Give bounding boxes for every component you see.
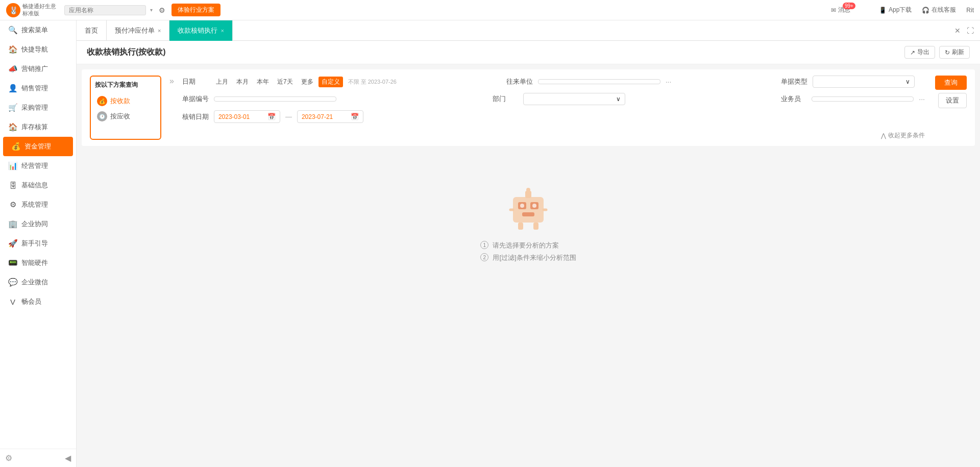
date-btn-this-month[interactable]: 本月	[233, 77, 252, 87]
sidebar-item-operation[interactable]: 📊 经营管理	[0, 156, 76, 176]
filter-option-by-receipt[interactable]: 💰 按收款	[95, 93, 156, 109]
home-icon: 🏠	[8, 45, 17, 54]
sidebar-item-label: 搜索菜单	[21, 26, 48, 35]
page-header-actions: ↗ 导出 ↻ 刷新	[904, 46, 970, 59]
cancel-date-end-input[interactable]: 2023-07-21 📅	[297, 110, 363, 123]
date-btn-7days[interactable]: 近7天	[274, 77, 296, 87]
tab-collection[interactable]: 收款核销执行 ×	[169, 20, 232, 41]
message-badge: 99+	[843, 3, 855, 9]
sidebar-collapse-button[interactable]: ◀	[65, 453, 71, 463]
sidebar: 🔍 搜索菜单 🏠 快捷导航 📣 营销推广 👤 销售管理 🛒 采购管理 🏠 库存核…	[0, 20, 77, 467]
svg-point-4	[520, 204, 524, 208]
sidebar-bottom: ⚙ ◀	[0, 449, 76, 467]
app-download-button[interactable]: 📱 App下载	[879, 6, 912, 14]
receipt-icon: 💰	[97, 96, 107, 106]
sidebar-item-member[interactable]: V 畅会员	[0, 292, 76, 311]
search-icon: 🔍	[8, 26, 17, 35]
svg-point-7	[526, 188, 530, 192]
page-header: 收款核销执行(按收款) ↗ 导出 ↻ 刷新	[77, 41, 980, 64]
sidebar-item-label: 经营管理	[21, 161, 48, 170]
export-button[interactable]: ↗ 导出	[904, 46, 935, 59]
business-dots[interactable]: ···	[919, 95, 925, 103]
settings-icon[interactable]: ⚙	[159, 6, 165, 14]
industry-solution-button[interactable]: 体验行业方案	[172, 4, 220, 16]
voucher-input[interactable]	[214, 96, 336, 102]
date-btn-custom[interactable]: 自定义	[318, 77, 343, 87]
content-area: 首页 预付冲应付单 × 收款核销执行 × ✕ ⛶ 收款核销执行(按收款)	[77, 20, 980, 467]
sidebar-item-search[interactable]: 🔍 搜索菜单	[0, 20, 76, 40]
by-receipt-label: 按收款	[110, 96, 130, 106]
sidebar-item-wechat[interactable]: 💬 企业微信	[0, 273, 76, 292]
tab-prepay-close[interactable]: ×	[158, 28, 161, 34]
sidebar-item-label: 畅会员	[21, 297, 41, 306]
empty-illustration	[503, 182, 554, 233]
marketing-icon: 📣	[8, 64, 17, 73]
query-button[interactable]: 查询	[935, 76, 967, 90]
tab-collection-label: 收款核销执行	[178, 26, 217, 35]
filter-form: 日期 上月 本月 本年 近7天 更多 自定义 不限 至 2023-07-26 往…	[182, 76, 925, 140]
refresh-button[interactable]: ↻ 刷新	[939, 46, 970, 59]
sidebar-item-purchase[interactable]: 🛒 采购管理	[0, 98, 76, 117]
business-input[interactable]	[812, 96, 914, 102]
tab-home-label: 首页	[85, 26, 98, 35]
sidebar-item-hardware[interactable]: 📟 智能硬件	[0, 253, 76, 273]
online-service-button[interactable]: 🎧 在线客服	[922, 6, 956, 14]
filter-row-2: 单据编号 部门 ∨ 业务员 ···	[182, 93, 925, 105]
svg-rect-6	[525, 191, 531, 198]
sidebar-item-enterprise[interactable]: 🏢 企业协同	[0, 214, 76, 234]
business-label: 业务员	[781, 94, 806, 104]
collapse-up-icon: ⋀	[881, 132, 886, 139]
sidebar-item-finance[interactable]: 💰 资金管理	[3, 137, 73, 156]
sidebar-item-guide[interactable]: 🚀 新手引导	[0, 234, 76, 253]
sidebar-item-system[interactable]: ⚙ 系统管理	[0, 195, 76, 214]
date-label: 日期	[182, 77, 208, 86]
date-btn-more[interactable]: 更多	[298, 77, 316, 87]
sidebar-item-marketing[interactable]: 📣 营销推广	[0, 59, 76, 79]
system-icon: ⚙	[8, 200, 17, 209]
sidebar-item-sales[interactable]: 👤 销售管理	[0, 79, 76, 98]
svg-rect-10	[518, 223, 523, 230]
voucher-label: 单据编号	[182, 94, 209, 104]
filter-actions: 查询 设置	[930, 76, 967, 140]
date-btn-last-month[interactable]: 上月	[213, 77, 231, 87]
collapse-more-button[interactable]: ⋀ 收起更多条件	[881, 131, 925, 140]
tab-collection-close[interactable]: ×	[220, 28, 224, 34]
dept-chevron-down-icon: ∨	[616, 95, 621, 103]
export-icon: ↗	[910, 49, 915, 56]
sidebar-item-label: 智能硬件	[21, 258, 48, 267]
sidebar-item-label: 基础信息	[21, 181, 48, 190]
app-search-input[interactable]	[64, 5, 146, 15]
partner-dots[interactable]: ···	[666, 78, 672, 86]
svg-rect-11	[533, 223, 538, 230]
tab-bar: 首页 预付冲应付单 × 收款核销执行 × ✕ ⛶	[77, 20, 980, 41]
doc-type-select[interactable]: ∨	[813, 76, 915, 88]
window-close-button[interactable]: ✕	[952, 24, 963, 37]
page-content: 收款核销执行(按收款) ↗ 导出 ↻ 刷新 按以下方案查询	[77, 41, 980, 467]
date-range-text: 不限 至 2023-07-26	[348, 78, 397, 86]
tip-1-text: 请先选择要分析的方案	[493, 241, 559, 250]
user-name: Rit	[966, 7, 974, 14]
partner-input[interactable]	[538, 79, 660, 84]
filter-option-by-receivable[interactable]: 🕐 按应收	[95, 109, 156, 124]
window-expand-button[interactable]: ⛶	[965, 24, 976, 37]
message-button[interactable]: ✉ 消息 99+	[831, 6, 850, 14]
department-select[interactable]: ∨	[523, 93, 625, 105]
tip-2-number: 2	[480, 253, 488, 261]
sidebar-settings-icon[interactable]: ⚙	[5, 453, 12, 463]
cancel-date-start-input[interactable]: 2023-03-01 📅	[214, 110, 280, 123]
department-label: 部门	[493, 94, 518, 104]
svg-point-5	[532, 204, 536, 208]
brand-text: 畅捷通好生意 标准版	[22, 3, 56, 16]
settings-button[interactable]: 设置	[938, 93, 967, 108]
tab-prepay[interactable]: 预付冲应付单 ×	[107, 20, 169, 41]
app-dropdown-icon[interactable]: ▾	[150, 7, 153, 13]
empty-tips: 1 请先选择要分析的方案 2 用[过滤]条件来缩小分析范围	[480, 241, 576, 262]
sidebar-item-inventory[interactable]: 🏠 库存核算	[0, 117, 76, 137]
sidebar-item-basic[interactable]: 🗄 基础信息	[0, 176, 76, 195]
date-btn-this-year[interactable]: 本年	[254, 77, 272, 87]
filter-row-1: 日期 上月 本月 本年 近7天 更多 自定义 不限 至 2023-07-26 往…	[182, 76, 925, 88]
sidebar-item-shortcut[interactable]: 🏠 快捷导航	[0, 40, 76, 59]
filter-collapse-button[interactable]: »	[166, 77, 177, 86]
empty-tip-2: 2 用[过滤]条件来缩小分析范围	[480, 253, 576, 262]
tab-home[interactable]: 首页	[77, 20, 107, 41]
